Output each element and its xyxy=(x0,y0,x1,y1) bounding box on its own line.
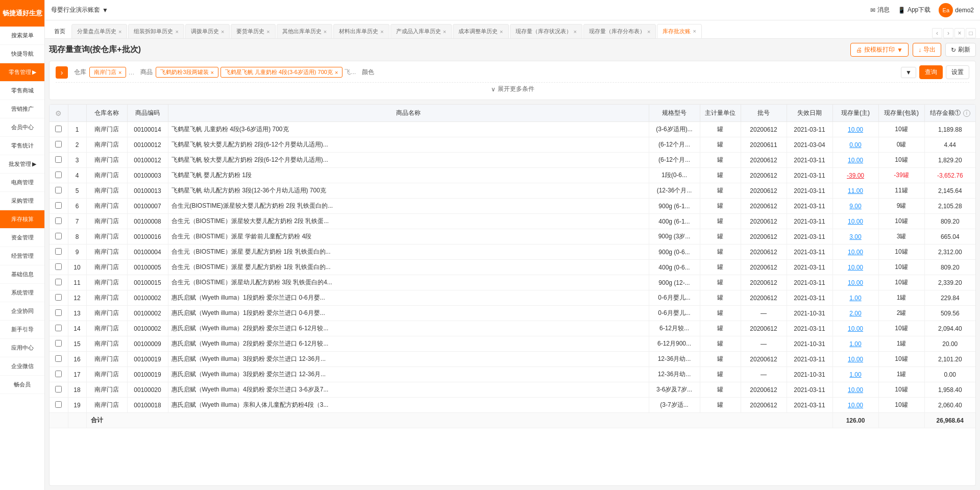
tab-close-6[interactable]: × xyxy=(380,29,383,35)
td-qty-main[interactable]: 10.00 xyxy=(832,275,878,290)
tag-close-icon[interactable]: × xyxy=(118,69,121,76)
tab-batch-ledger[interactable]: 库存批次账 × xyxy=(657,24,701,38)
balance-info-icon[interactable]: i xyxy=(963,110,970,117)
sidebar-item-vip[interactable]: 畅会员 xyxy=(0,376,44,394)
td-qty-main[interactable]: 3.00 xyxy=(832,229,878,244)
td-qty-main[interactable]: 10.00 xyxy=(832,153,878,168)
tab-stocktake[interactable]: 分量盘点单历史 × xyxy=(71,24,127,38)
settings-btn[interactable]: 设置 xyxy=(946,65,969,79)
td-qty-main[interactable]: -39.00 xyxy=(832,168,878,183)
print-btn[interactable]: 🖨 按模板打印 ▼ xyxy=(850,43,909,57)
row-checkbox[interactable] xyxy=(55,279,62,285)
td-qty-main[interactable]: 2.00 xyxy=(832,306,878,321)
sidebar-item-quicknav[interactable]: 快捷导航 xyxy=(0,45,44,63)
td-qty-main[interactable]: 10.00 xyxy=(832,260,878,275)
product-more[interactable]: 飞... xyxy=(345,68,356,77)
row-checkbox[interactable] xyxy=(55,294,62,301)
sidebar-item-retail[interactable]: 零售管理 ▶ xyxy=(0,63,44,82)
tab-close-9[interactable]: × xyxy=(574,29,577,35)
row-checkbox[interactable] xyxy=(55,263,62,270)
sidebar-item-basic[interactable]: 基础信息 xyxy=(0,265,44,284)
tab-close-10[interactable]: × xyxy=(647,29,650,35)
sidebar-item-system[interactable]: 系统管理 xyxy=(0,284,44,302)
td-qty-main[interactable]: 1.00 xyxy=(832,336,878,352)
tab-close-3[interactable]: × xyxy=(221,29,224,35)
row-checkbox[interactable] xyxy=(55,217,62,224)
sidebar-item-search[interactable]: 搜索菜单 xyxy=(0,27,44,45)
sidebar-item-member[interactable]: 会员中心 xyxy=(0,118,44,137)
row-checkbox[interactable] xyxy=(55,156,62,163)
td-qty-main[interactable]: 1.00 xyxy=(832,367,878,382)
td-qty-main[interactable]: 10.00 xyxy=(832,398,878,413)
sidebar-item-wholesale[interactable]: 批发管理 ▶ xyxy=(0,155,44,174)
gear-icon[interactable]: ⚙ xyxy=(55,109,62,117)
td-qty-main[interactable]: 1.00 xyxy=(832,290,878,306)
refresh-btn[interactable]: ↻ 刷新 xyxy=(945,43,976,57)
row-checkbox[interactable] xyxy=(55,126,62,132)
industry-selector[interactable]: 母婴行业演示账套 ▼ xyxy=(51,6,108,14)
tab-close-2[interactable]: × xyxy=(175,29,178,35)
row-checkbox[interactable] xyxy=(55,309,62,316)
tag-close-icon-p1[interactable]: × xyxy=(211,69,214,76)
tab-close-1[interactable]: × xyxy=(118,29,121,35)
tab-material-out[interactable]: 材料出库单历史 × xyxy=(333,24,389,38)
product-tag-2[interactable]: 飞鹤星飞帆 儿童奶粉 4段(3-6岁适用) 700克 × xyxy=(220,67,342,78)
sidebar-item-apps[interactable]: 应用中心 xyxy=(0,339,44,357)
sidebar-item-marketing[interactable]: 营销推广 xyxy=(0,100,44,118)
row-checkbox[interactable] xyxy=(55,141,62,148)
expand-conditions-btn[interactable]: ∨ 展开更多条件 xyxy=(56,82,969,95)
td-qty-main[interactable]: 9.00 xyxy=(832,199,878,214)
tab-close-4[interactable]: × xyxy=(266,29,270,35)
tab-cost-adjust[interactable]: 成本调整单历史 × xyxy=(453,24,508,38)
sidebar-item-ecommerce[interactable]: 电商管理 xyxy=(0,174,44,192)
row-checkbox[interactable] xyxy=(55,371,62,377)
product-tag-1[interactable]: 飞鹤奶粉3段两罐装 × xyxy=(156,67,218,78)
sidebar-item-business[interactable]: 经营管理 xyxy=(0,247,44,265)
td-qty-main[interactable]: 10.00 xyxy=(832,244,878,260)
td-qty-main[interactable]: 11.00 xyxy=(832,183,878,199)
query-btn[interactable]: 查询 xyxy=(919,65,943,79)
row-checkbox[interactable] xyxy=(55,355,62,362)
tab-scroll-right[interactable]: › xyxy=(943,28,953,38)
td-qty-main[interactable]: 10.00 xyxy=(832,214,878,229)
tab-scroll-left[interactable]: ‹ xyxy=(932,28,942,38)
tag-close-icon-p2[interactable]: × xyxy=(335,69,338,76)
row-checkbox[interactable] xyxy=(55,202,62,209)
sidebar-item-retail-stats[interactable]: 零售统计 xyxy=(0,137,44,155)
sidebar-item-mall[interactable]: 零售商城 xyxy=(0,82,44,100)
tab-close-11[interactable]: × xyxy=(693,28,696,34)
export-btn[interactable]: ↓ 导出 xyxy=(913,43,941,57)
sidebar-item-purchase[interactable]: 采购管理 xyxy=(0,192,44,210)
sidebar-item-finance[interactable]: 资金管理 xyxy=(0,229,44,247)
tab-product-in[interactable]: 产成品入库单历史 × xyxy=(390,24,452,38)
tab-requisition[interactable]: 要货单历史 × xyxy=(231,24,275,38)
tab-close-current[interactable]: × xyxy=(954,28,965,38)
table-container[interactable]: ⚙ 仓库名称 商品编码 商品名称 规格型号 主计量单位 批号 失效日期 现存量(… xyxy=(50,105,975,485)
warehouse-more[interactable]: … xyxy=(128,69,134,76)
warehouse-tag-1[interactable]: 南岸门店 × xyxy=(89,67,126,78)
row-checkbox[interactable] xyxy=(55,172,62,178)
row-checkbox[interactable] xyxy=(55,325,62,331)
td-qty-main[interactable]: 10.00 xyxy=(832,352,878,367)
td-qty-main[interactable]: 10.00 xyxy=(832,382,878,398)
sidebar-item-inventory[interactable]: 库存核算 xyxy=(0,210,44,229)
sidebar-item-collab[interactable]: 企业协同 xyxy=(0,302,44,321)
tab-close-8[interactable]: × xyxy=(500,29,503,35)
row-checkbox[interactable] xyxy=(55,386,62,393)
tab-stock-status[interactable]: 现存量（库存状况表） × xyxy=(510,24,582,38)
tab-home[interactable]: 首页 xyxy=(49,24,70,38)
tab-menu[interactable]: □ xyxy=(966,28,976,38)
user-menu[interactable]: Ea demo2 xyxy=(939,3,974,17)
tab-close-7[interactable]: × xyxy=(443,29,446,35)
row-checkbox[interactable] xyxy=(55,401,62,408)
tab-assemble[interactable]: 组装拆卸单历史 × xyxy=(128,24,184,38)
tab-close-5[interactable]: × xyxy=(324,29,327,35)
td-qty-main[interactable]: 0.00 xyxy=(832,137,878,153)
sidebar-item-guide[interactable]: 新手引导 xyxy=(0,321,44,339)
tab-other-out[interactable]: 其他出库单历史 × xyxy=(277,24,332,38)
td-qty-main[interactable]: 10.00 xyxy=(832,122,878,137)
td-qty-main[interactable]: 10.00 xyxy=(832,321,878,336)
tab-transfer[interactable]: 调拨单历史 × xyxy=(185,24,230,38)
row-checkbox[interactable] xyxy=(55,187,62,193)
filter-toggle-btn[interactable]: › xyxy=(56,66,68,79)
